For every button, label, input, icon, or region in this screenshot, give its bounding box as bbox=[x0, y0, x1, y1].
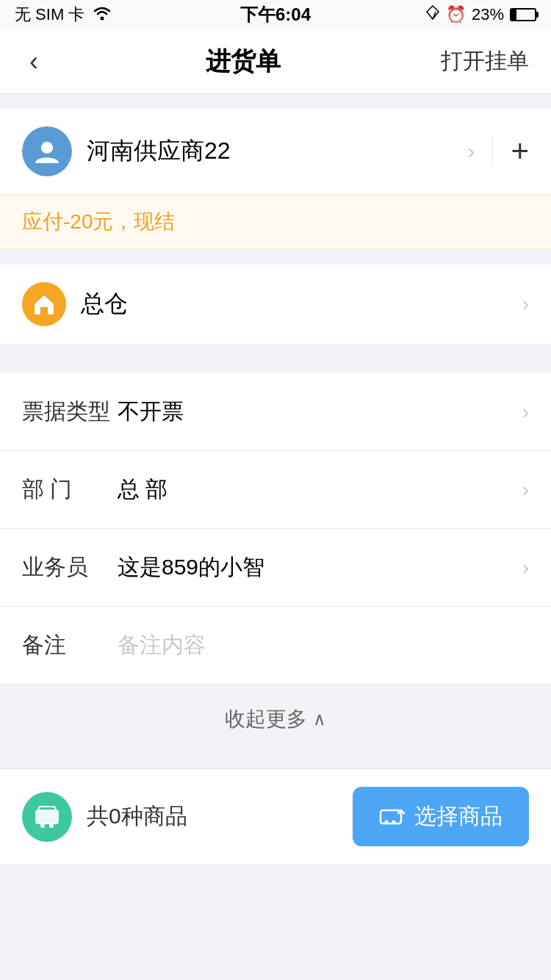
warehouse-chevron-icon: › bbox=[522, 292, 529, 316]
remark-row[interactable]: 备注 备注内容 bbox=[0, 607, 551, 684]
status-right: ⏰ 23% bbox=[425, 4, 536, 25]
supplier-divider bbox=[492, 137, 493, 166]
status-bar: 无 SIM 卡 下午6:04 ⏰ 23% bbox=[0, 0, 551, 29]
department-chevron-icon: › bbox=[522, 478, 529, 502]
warehouse-row[interactable]: 总仓 › bbox=[0, 264, 551, 344]
product-bar: 共0种商品 选择商品 bbox=[0, 768, 551, 864]
status-left: 无 SIM 卡 bbox=[15, 4, 112, 26]
svg-point-5 bbox=[49, 824, 54, 828]
invoice-type-row[interactable]: 票据类型 不开票 › bbox=[0, 373, 551, 451]
select-product-label: 选择商品 bbox=[414, 801, 503, 832]
select-product-button[interactable]: 选择商品 bbox=[353, 787, 529, 846]
product-count-label: 共0种商品 bbox=[87, 801, 353, 832]
remark-value[interactable]: 备注内容 bbox=[118, 630, 529, 660]
svg-point-8 bbox=[392, 820, 396, 824]
add-button[interactable]: + bbox=[511, 134, 529, 169]
remark-label: 备注 bbox=[22, 630, 118, 660]
form-section: 票据类型 不开票 › 部 门 总 部 › 业务员 这是859的小智 › 备注 备… bbox=[0, 373, 551, 684]
supplier-avatar bbox=[22, 126, 72, 176]
department-row[interactable]: 部 门 总 部 › bbox=[0, 451, 551, 529]
collapse-row[interactable]: 收起更多 ∧ bbox=[0, 684, 551, 754]
back-button[interactable]: ‹ bbox=[22, 39, 46, 84]
salesperson-chevron-icon: › bbox=[522, 556, 529, 580]
location-icon bbox=[425, 4, 440, 25]
invoice-type-chevron-icon: › bbox=[522, 400, 529, 424]
notice-banner: 应付-20元，现结 bbox=[0, 194, 551, 250]
battery-percent: 23% bbox=[472, 5, 504, 24]
section-gap-3 bbox=[0, 344, 551, 359]
carrier-label: 无 SIM 卡 bbox=[15, 4, 84, 26]
department-label: 部 门 bbox=[22, 475, 118, 505]
collapse-label: 收起更多 bbox=[225, 705, 307, 733]
status-time: 下午6:04 bbox=[240, 3, 311, 26]
supplier-chevron-icon: › bbox=[467, 139, 475, 164]
wifi-icon bbox=[92, 4, 112, 25]
svg-point-0 bbox=[101, 17, 104, 21]
svg-point-4 bbox=[40, 824, 45, 828]
salesperson-label: 业务员 bbox=[22, 552, 118, 583]
rest-background bbox=[0, 864, 551, 980]
alarm-icon: ⏰ bbox=[446, 5, 466, 24]
section-gap-2 bbox=[0, 250, 551, 264]
warehouse-icon bbox=[22, 282, 66, 326]
warehouse-card: 总仓 › bbox=[0, 264, 551, 344]
battery-icon bbox=[510, 8, 536, 21]
svg-point-1 bbox=[41, 142, 53, 154]
supplier-name: 河南供应商22 bbox=[87, 135, 467, 167]
supplier-row[interactable]: 河南供应商22 › + bbox=[0, 109, 551, 194]
notice-text: 应付-20元，现结 bbox=[22, 210, 175, 233]
svg-point-7 bbox=[385, 820, 389, 824]
section-gap-1 bbox=[0, 94, 551, 109]
warehouse-name: 总仓 bbox=[81, 288, 522, 320]
department-value: 总 部 bbox=[118, 475, 522, 505]
svg-rect-2 bbox=[40, 307, 48, 314]
product-icon-wrap bbox=[22, 792, 72, 842]
page-title: 进货单 bbox=[206, 45, 281, 79]
salesperson-value: 这是859的小智 bbox=[118, 552, 522, 583]
salesperson-row[interactable]: 业务员 这是859的小智 › bbox=[0, 529, 551, 607]
supplier-card: 河南供应商22 › + 应付-20元，现结 bbox=[0, 109, 551, 250]
section-gap-4 bbox=[0, 754, 551, 768]
invoice-type-label: 票据类型 bbox=[22, 397, 118, 427]
invoice-type-value: 不开票 bbox=[118, 397, 522, 427]
open-pending-button[interactable]: 打开挂单 bbox=[441, 46, 529, 76]
collapse-icon: ∧ bbox=[313, 709, 326, 729]
nav-bar: ‹ 进货单 打开挂单 bbox=[0, 29, 551, 94]
svg-rect-3 bbox=[35, 810, 59, 824]
